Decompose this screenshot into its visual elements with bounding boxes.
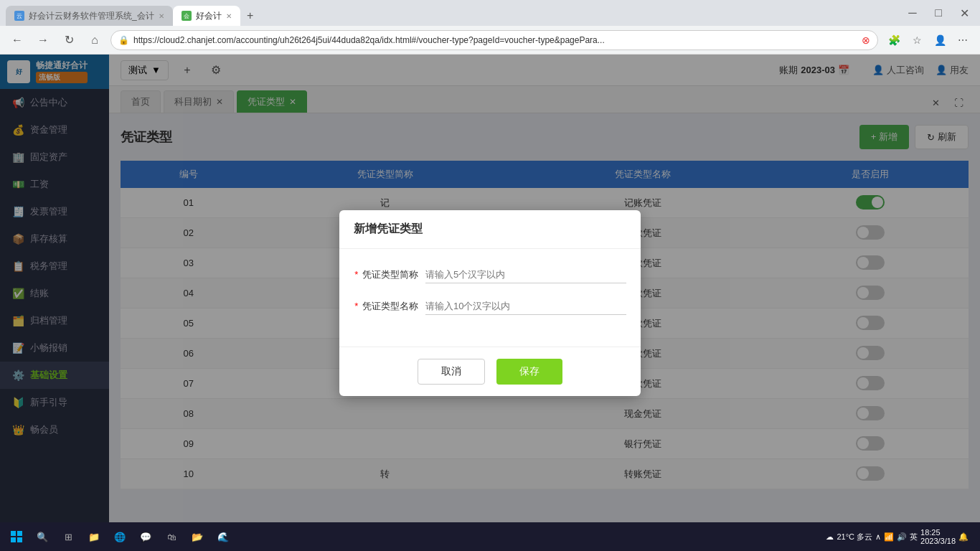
- taskbar-edge[interactable]: 🌊: [212, 526, 234, 547]
- taskbar-tray: ☁ 21°C 多云 ∧ 📶 🔊 英 18:25 2023/3/18 🔔: [826, 528, 974, 545]
- notification-icon[interactable]: 🔔: [958, 532, 969, 542]
- taskbar-folder[interactable]: 📂: [187, 526, 208, 547]
- home-button[interactable]: ⌂: [85, 30, 105, 50]
- cancel-button[interactable]: 取消: [418, 359, 485, 385]
- more-icon[interactable]: ⋯: [953, 30, 973, 50]
- close-window[interactable]: ✕: [954, 3, 974, 23]
- taskbar-wechat-icon: 💬: [140, 532, 151, 542]
- dialog-footer: 取消 保存: [339, 347, 641, 396]
- taskbar-explorer[interactable]: 📁: [83, 526, 105, 547]
- taskbar-explorer-icon: 📁: [88, 532, 100, 542]
- tab-close-2[interactable]: ✕: [226, 12, 232, 20]
- taskbar: 🔍 ⊞ 📁 🌐 💬 🛍 📂 🌊 ☁ 21°C 多云 ∧ 📶 🔊 英 18:25 …: [0, 522, 980, 551]
- browser-tab-2[interactable]: 会 好会计 ✕: [173, 6, 240, 26]
- dialog-overlay: 新增凭证类型 * 凭证类型简称 * 凭证类型名称 取消 保存: [0, 55, 980, 551]
- taskbar-chrome[interactable]: 🌐: [109, 526, 131, 547]
- weather-icon: ☁: [826, 532, 834, 542]
- name-input[interactable]: [425, 298, 626, 315]
- taskbar-wechat[interactable]: 💬: [135, 526, 156, 547]
- address-bar[interactable]: 🔒 https://cloud2.chanjet.com/accounting/…: [110, 30, 878, 50]
- bookmark-icon[interactable]: ☆: [907, 30, 927, 50]
- profile-icon[interactable]: 👤: [930, 30, 950, 50]
- add-voucher-type-dialog: 新增凭证类型 * 凭证类型简称 * 凭证类型名称 取消 保存: [339, 210, 641, 396]
- language-text: 英: [910, 532, 918, 542]
- name-label: * 凭证类型名称: [354, 300, 425, 313]
- name-required-mark: *: [354, 301, 358, 311]
- back-button[interactable]: ←: [7, 30, 27, 50]
- extensions-icon[interactable]: 🧩: [884, 30, 904, 50]
- toolbar-actions: 🧩 ☆ 👤 ⋯: [884, 30, 973, 50]
- abbr-input[interactable]: [425, 266, 626, 283]
- tab-label-1: 好会计云财务软件管理系统_会计: [29, 10, 154, 22]
- save-button[interactable]: 保存: [496, 359, 562, 385]
- restore-window[interactable]: □: [928, 3, 948, 23]
- minimize-window[interactable]: ─: [903, 3, 923, 23]
- taskbar-task-view[interactable]: ⊞: [57, 526, 79, 547]
- time-display: 18:25 2023/3/18: [920, 528, 956, 545]
- weather-text: 21°C 多云: [837, 532, 872, 542]
- tab-label-2: 好会计: [196, 10, 222, 22]
- form-row-name: * 凭证类型名称: [354, 298, 626, 315]
- dialog-header: 新增凭证类型: [339, 210, 641, 249]
- form-row-abbr: * 凭证类型简称: [354, 266, 626, 283]
- tab-favicon-1: 云: [14, 11, 24, 21]
- dialog-body: * 凭证类型简称 * 凭证类型名称: [339, 249, 641, 347]
- volume-icon: 🔊: [897, 532, 907, 542]
- url-text: https://cloud2.chanjet.com/accounting/uh…: [133, 35, 859, 45]
- tab-close-1[interactable]: ✕: [159, 12, 164, 20]
- browser-toolbar: ← → ↻ ⌂ 🔒 https://cloud2.chanjet.com/acc…: [0, 26, 980, 55]
- dialog-title: 新增凭证类型: [354, 222, 423, 237]
- abbr-label: * 凭证类型简称: [354, 268, 425, 281]
- tab-favicon-2: 会: [182, 11, 192, 21]
- taskbar-store-icon: 🛍: [167, 532, 176, 542]
- forward-button[interactable]: →: [33, 30, 53, 50]
- start-button[interactable]: [6, 526, 27, 547]
- browser-tab-1[interactable]: 云 好会计云财务软件管理系统_会计 ✕: [6, 6, 173, 26]
- abbr-label-text: 凭证类型简称: [362, 269, 418, 280]
- name-label-text: 凭证类型名称: [362, 301, 418, 311]
- taskbar-chrome-icon: 🌐: [114, 532, 126, 542]
- security-warning: ⊗: [862, 34, 870, 46]
- taskbar-store[interactable]: 🛍: [161, 526, 182, 547]
- taskbar-search-icon: 🔍: [37, 532, 48, 542]
- taskbar-folder-icon: 📂: [192, 532, 203, 542]
- windows-logo: [11, 531, 22, 542]
- browser-chrome: 云 好会计云财务软件管理系统_会计 ✕ 会 好会计 ✕ + ─ □ ✕: [0, 0, 980, 26]
- tab-bar: 云 好会计云财务软件管理系统_会计 ✕ 会 好会计 ✕ +: [6, 0, 260, 26]
- taskbar-task-view-icon: ⊞: [65, 532, 72, 542]
- abbr-required-mark: *: [354, 269, 358, 280]
- taskbar-edge-icon: 🌊: [217, 532, 229, 542]
- taskbar-search[interactable]: 🔍: [32, 526, 53, 547]
- chevron-up-icon[interactable]: ∧: [875, 532, 881, 542]
- reload-button[interactable]: ↻: [59, 30, 79, 50]
- network-icon: 📶: [884, 532, 894, 542]
- new-tab-button[interactable]: +: [240, 6, 260, 26]
